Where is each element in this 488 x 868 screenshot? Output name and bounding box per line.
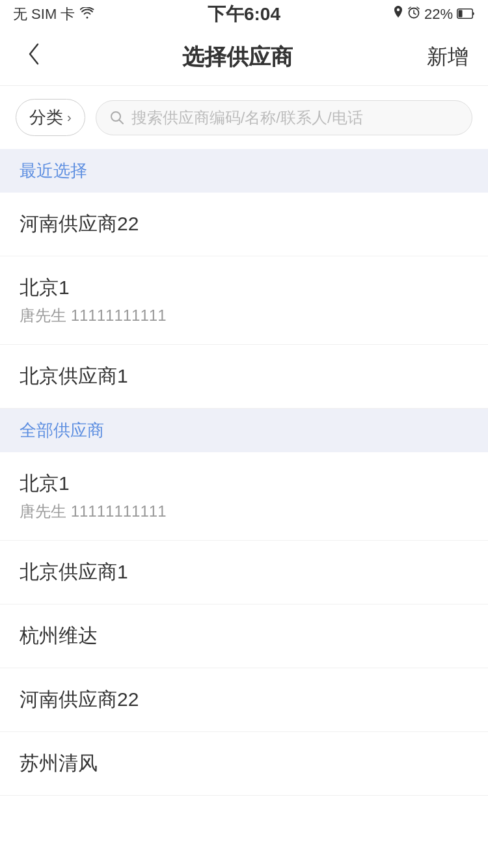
supplier-contact: 唐先生 11111111111 — [20, 501, 468, 522]
search-icon — [109, 110, 125, 126]
supplier-name: 河南供应商22 — [20, 211, 468, 237]
nav-bar: 选择供应商 新增 — [0, 29, 488, 86]
status-left: 无 SIM 卡 — [13, 5, 94, 24]
category-label: 分类 — [29, 106, 63, 129]
search-placeholder: 搜索供应商编码/名称/联系人/电话 — [131, 107, 363, 128]
svg-rect-3 — [459, 10, 463, 18]
search-bar[interactable]: 搜索供应商编码/名称/联系人/电话 — [96, 100, 472, 135]
all-list: 北京1唐先生 11111111111北京供应商1杭州维达河南供应商22苏州清风 — [0, 452, 488, 796]
supplier-name: 河南供应商22 — [20, 686, 468, 713]
supplier-name: 苏州清风 — [20, 750, 468, 777]
supplier-name: 北京供应商1 — [20, 363, 468, 390]
list-item[interactable]: 苏州清风 — [0, 732, 488, 796]
supplier-contact: 唐先生 11111111111 — [20, 305, 468, 326]
list-item[interactable]: 河南供应商22 — [0, 193, 488, 256]
page-title: 选择供应商 — [182, 42, 293, 72]
status-bar: 无 SIM 卡 下午6:04 22% — [0, 0, 488, 29]
all-section-label: 全部供应商 — [20, 420, 104, 440]
wifi-icon — [80, 6, 94, 23]
category-button[interactable]: 分类 › — [16, 99, 85, 136]
status-time: 下午6:04 — [208, 2, 280, 27]
carrier-text: 无 SIM 卡 — [13, 5, 75, 24]
recent-section-label: 最近选择 — [20, 161, 87, 180]
list-item[interactable]: 北京供应商1 — [0, 541, 488, 604]
supplier-name: 杭州维达 — [20, 623, 468, 649]
chevron-right-icon: › — [67, 110, 72, 125]
supplier-name: 北京1 — [20, 275, 468, 301]
list-item[interactable]: 北京1唐先生 11111111111 — [0, 256, 488, 345]
back-button[interactable] — [20, 35, 48, 79]
recent-section-header: 最近选择 — [0, 149, 488, 193]
battery-icon — [457, 6, 475, 23]
location-icon — [393, 6, 403, 23]
supplier-name: 北京1 — [20, 470, 468, 497]
filter-bar: 分类 › 搜索供应商编码/名称/联系人/电话 — [0, 86, 488, 149]
status-right: 22% — [393, 6, 475, 23]
list-item[interactable]: 北京1唐先生 11111111111 — [0, 452, 488, 541]
recent-list: 河南供应商22北京1唐先生 11111111111北京供应商1 — [0, 193, 488, 409]
supplier-name: 北京供应商1 — [20, 559, 468, 586]
alarm-icon — [407, 6, 420, 23]
list-item[interactable]: 北京供应商1 — [0, 345, 488, 409]
svg-point-0 — [397, 8, 400, 11]
all-section-header: 全部供应商 — [0, 409, 488, 452]
battery-text: 22% — [424, 6, 453, 23]
list-item[interactable]: 河南供应商22 — [0, 668, 488, 732]
add-button[interactable]: 新增 — [427, 43, 468, 72]
list-item[interactable]: 杭州维达 — [0, 604, 488, 668]
